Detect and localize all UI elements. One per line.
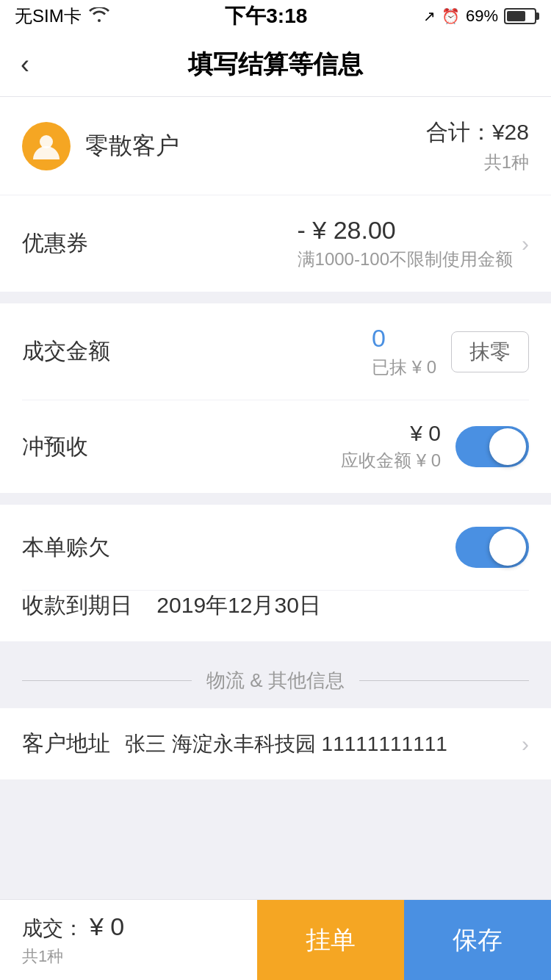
status-bar: 无SIM卡 下午3:18 ↗ ⏰ 69% (0, 0, 551, 32)
divider-with-text: 物流 & 其他信息 (22, 668, 529, 693)
back-button[interactable]: ‹ (21, 49, 29, 80)
address-section: 客户地址 张三 海淀永丰科技园 11111111111 › (0, 708, 551, 779)
status-right: ↗ ⏰ 69% (423, 7, 536, 26)
logistics-divider-section: 物流 & 其他信息 (0, 653, 551, 708)
user-avatar-icon (32, 131, 61, 161)
deal-label: 成交金额 (22, 336, 110, 367)
address-chevron-icon: › (522, 732, 529, 757)
nav-bar: ‹ 填写结算等信息 (0, 32, 551, 97)
address-value: 张三 海淀永丰科技园 11111111111 (125, 730, 522, 758)
deal-right: 0 已抹 ¥ 0 抹零 (372, 324, 529, 379)
prepay-toggle[interactable] (455, 426, 529, 467)
address-row[interactable]: 客户地址 张三 海淀永丰科技园 11111111111 › (22, 708, 529, 779)
prepay-row: 冲预收 ¥ 0 应收金额 ¥ 0 (22, 400, 529, 493)
main-content: 零散客户 合计：¥28 共1种 优惠券 - ¥ 28.00 满1000-100不… (0, 97, 551, 879)
coupon-discount: - ¥ 28.00 (298, 216, 513, 245)
bottom-count: 共1种 (22, 945, 235, 968)
customer-avatar (22, 122, 71, 170)
credit-toggle[interactable] (455, 527, 529, 568)
coupon-description: 满1000-100不限制使用金额 (298, 248, 513, 271)
customer-right: 合计：¥28 共1种 (426, 118, 529, 174)
due-date-label: 收款到期日 2019年12月30日 (22, 593, 321, 617)
address-label: 客户地址 (22, 729, 110, 759)
customer-row: 零散客户 合计：¥28 共1种 (0, 97, 551, 195)
chevron-right-icon: › (522, 231, 529, 256)
coupon-info: - ¥ 28.00 满1000-100不限制使用金额 (298, 216, 513, 271)
credit-row: 本单赊欠 (22, 505, 529, 590)
battery-icon (504, 8, 536, 24)
bottom-deal-label: 成交： (22, 915, 84, 943)
bottom-bar: 成交： ¥ 0 共1种 挂单 保存 (0, 899, 551, 980)
bottom-deal-amount: ¥ 0 (90, 912, 124, 941)
toggle-knob (489, 428, 526, 465)
prepay-right: ¥ 0 应收金额 ¥ 0 (341, 421, 529, 472)
bottom-info: 成交： ¥ 0 共1种 (0, 912, 257, 968)
logistics-label: 物流 & 其他信息 (206, 668, 345, 693)
coupon-right: - ¥ 28.00 满1000-100不限制使用金额 › (298, 216, 529, 271)
customer-card: 零散客户 合计：¥28 共1种 优惠券 - ¥ 28.00 满1000-100不… (0, 97, 551, 292)
divider-line-left (22, 680, 192, 681)
status-time: 下午3:18 (225, 2, 307, 30)
deal-amount-block: 0 已抹 ¥ 0 (372, 324, 436, 379)
deal-amount: 0 (372, 324, 436, 353)
alarm-icon: ⏰ (442, 7, 460, 25)
credit-section: 本单赊欠 收款到期日 2019年12月30日 (0, 505, 551, 641)
due-date-value: 2019年12月30日 (156, 593, 320, 617)
total-count: 共1种 (426, 151, 529, 174)
coupon-label: 优惠券 (22, 228, 88, 259)
location-icon: ↗ (423, 7, 436, 25)
save-button[interactable]: 保存 (404, 900, 551, 981)
deal-sub: 已抹 ¥ 0 (372, 356, 436, 379)
bottom-deal-row: 成交： ¥ 0 (22, 912, 235, 943)
deal-section: 成交金额 0 已抹 ¥ 0 抹零 冲预收 ¥ 0 应收金额 ¥ 0 (0, 303, 551, 493)
prepay-label: 冲预收 (22, 432, 88, 462)
carrier-label: 无SIM卡 (15, 4, 82, 28)
page-title: 填写结算等信息 (188, 48, 363, 82)
divider-line-right (359, 680, 529, 681)
battery-percent: 69% (466, 7, 498, 26)
deal-amount-row: 成交金额 0 已抹 ¥ 0 抹零 (22, 303, 529, 400)
credit-label: 本单赊欠 (22, 533, 110, 563)
total-amount: 合计：¥28 (426, 118, 529, 148)
customer-name: 零散客户 (85, 130, 179, 162)
customer-left: 零散客户 (22, 122, 179, 170)
coupon-row[interactable]: 优惠券 - ¥ 28.00 满1000-100不限制使用金额 › (0, 195, 551, 292)
prepay-amount-block: ¥ 0 应收金额 ¥ 0 (341, 421, 441, 472)
status-left: 无SIM卡 (15, 4, 109, 28)
credit-toggle-knob (489, 529, 526, 566)
wifi-icon (89, 6, 109, 26)
hold-button[interactable]: 挂单 (257, 900, 404, 981)
prepay-sub: 应收金额 ¥ 0 (341, 449, 441, 472)
round-zero-button[interactable]: 抹零 (451, 331, 529, 372)
due-date-row: 收款到期日 2019年12月30日 (22, 590, 529, 641)
prepay-amount: ¥ 0 (341, 421, 441, 446)
